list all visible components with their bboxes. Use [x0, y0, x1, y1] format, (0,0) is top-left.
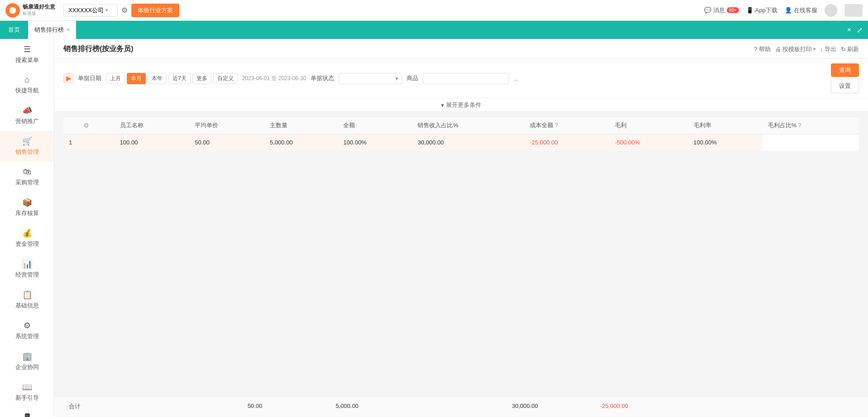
operations-icon: 📊 — [22, 259, 32, 269]
current-year-btn[interactable]: 本年 — [148, 73, 167, 84]
column-settings-icon[interactable]: ⚙ — [83, 122, 89, 129]
sidebar-item-guide[interactable]: 📖 新手引导 — [0, 377, 54, 407]
cost-help-icon[interactable]: ? — [555, 122, 558, 129]
query-settings-group: 查询 设置 — [831, 63, 859, 93]
print-label: 按模板打印 — [782, 45, 812, 53]
filter-expand-button[interactable]: ▶ — [63, 73, 73, 83]
footer-profit: -25,000.00 — [595, 401, 683, 412]
sidebar-label-quicknav: 快捷导航 — [15, 86, 39, 95]
refresh-button[interactable]: ↻ 刷新 — [841, 45, 859, 53]
cell-profit-ratio: 100.00% — [688, 134, 762, 151]
message-icon: 💬 — [704, 7, 711, 14]
window-close-button[interactable]: × — [847, 26, 851, 34]
tab-home[interactable]: 首页 — [0, 21, 28, 39]
tab-label: 销售排行榜 — [34, 26, 64, 34]
tab-close-icon[interactable]: × — [67, 27, 70, 33]
last7days-btn[interactable]: 近7天 — [168, 73, 191, 84]
app-download-label: App下载 — [755, 6, 777, 14]
sidebar-label-search: 搜索菜单 — [15, 56, 39, 64]
top-bar: 畅康通好生意 标准版 XXXXXX公司 ▾ ⚙ 体验行业方案 💬 消息 99+ … — [0, 0, 868, 21]
help-label: 帮助 — [759, 45, 771, 53]
export-label: 导出 — [825, 45, 836, 53]
company-selector[interactable]: XXXXXX公司 ▾ — [63, 4, 118, 17]
sidebar-item-enterprise[interactable]: 🏢 企业协同 — [0, 346, 54, 377]
more-date-btn[interactable]: 更多 — [192, 73, 211, 84]
cell-main-qty: 50.00 — [189, 134, 264, 151]
amount-col-label: 全额 — [343, 122, 355, 129]
status-filter-label: 单据状态 — [311, 74, 334, 82]
experience-button[interactable]: 体验行业方案 — [131, 4, 179, 17]
th-main-qty: 主数量 — [264, 117, 338, 134]
more-conditions-btn[interactable]: ... — [513, 75, 518, 82]
th-profit-ratio: 毛利占比% ? — [762, 117, 859, 134]
cell-avg-price: 100.00 — [115, 134, 190, 151]
sidebar-item-basic-info[interactable]: 📋 基础信息 — [0, 284, 54, 315]
page-actions: ? 帮助 🖨 按模板打印 ▾ ↓ 导出 ↻ 刷新 — [754, 45, 859, 53]
sidebar-item-operations[interactable]: 📊 经营管理 — [0, 254, 54, 284]
settings-button-2[interactable]: 设置 — [831, 79, 859, 93]
app-download-button[interactable]: 📱 App下载 — [746, 6, 777, 14]
sidebar-item-quick-nav[interactable]: ⌂ 快捷导航 — [0, 70, 54, 100]
page-header: 销售排行榜(按业务员) ? 帮助 🖨 按模板打印 ▾ ↓ 导出 — [54, 39, 868, 59]
sidebar-label-guide: 新手引导 — [15, 394, 39, 402]
logo-text: 畅康通好生意 标准版 — [23, 4, 55, 16]
table-container: ⚙ 员工名称 平均单价 主数量 全额 — [54, 111, 868, 396]
profitratio-col-label: 毛利占比% — [768, 122, 797, 129]
status-select-wrap — [339, 73, 402, 84]
print-button[interactable]: 🖨 按模板打印 ▾ — [775, 45, 816, 53]
help-button[interactable]: ? 帮助 — [754, 45, 770, 53]
last-month-btn[interactable]: 上月 — [106, 73, 125, 84]
expand-chevron-icon: ▾ — [441, 102, 444, 109]
finance-icon: 💰 — [22, 228, 32, 238]
window-expand-button[interactable]: ⤢ — [857, 26, 863, 34]
online-service-label: 在线客服 — [794, 6, 817, 14]
sidebar-item-inventory[interactable]: 📦 库存核算 — [0, 192, 54, 223]
sidebar-item-marketing[interactable]: 📣 营销推广 — [0, 100, 54, 131]
th-settings[interactable]: ⚙ — [78, 117, 115, 134]
cell-sales-ratio: 100.00% — [338, 134, 412, 151]
expand-conditions-btn[interactable]: ▾ 展开更多条件 — [441, 101, 481, 109]
sidebar-item-sales[interactable]: 🛒 销售管理 — [0, 131, 54, 162]
data-table: ⚙ 员工名称 平均单价 主数量 全额 — [63, 116, 859, 151]
sidebar-item-system[interactable]: ⚙ 系统管理 — [0, 315, 54, 346]
salesratio-col-label: 销售收入占比% — [417, 122, 458, 129]
th-sales-ratio: 销售收入占比% — [412, 117, 524, 134]
search-menu-icon: ☰ — [24, 44, 31, 54]
date-range-display: 2023-06-01 至 2023-06-30 — [242, 75, 306, 82]
top-right: 💬 消息 99+ 📱 App下载 👤 在线客服 — [704, 4, 863, 17]
goods-input[interactable] — [423, 73, 509, 84]
message-label: 消息 — [713, 6, 725, 14]
content-area: 销售排行榜(按业务员) ? 帮助 🖨 按模板打印 ▾ ↓ 导出 — [54, 39, 868, 417]
sidebar-item-finance[interactable]: 💰 资金管理 — [0, 223, 54, 254]
sidebar-item-app-center[interactable]: 📱 应用中心 — [0, 407, 54, 417]
online-service-button[interactable]: 👤 在线客服 — [785, 6, 817, 14]
cell-cost: 30,000.00 — [412, 134, 524, 151]
th-employee: 员工名称 — [115, 117, 190, 134]
svg-point-0 — [10, 7, 16, 14]
sidebar-item-search-order[interactable]: ☰ 搜索菜单 — [0, 39, 54, 70]
th-profit: 毛利 — [609, 117, 688, 134]
sidebar-label-system: 系统管理 — [15, 332, 39, 340]
footer-amount: 5,000.00 — [330, 401, 418, 412]
mobile-icon: 📱 — [746, 7, 753, 14]
inventory-icon: 📦 — [22, 197, 32, 207]
message-button[interactable]: 💬 消息 99+ — [704, 6, 739, 14]
sales-icon: 🛒 — [22, 136, 32, 146]
logo-area: 畅康通好生意 标准版 — [5, 3, 60, 18]
export-button[interactable]: ↓ 导出 — [820, 45, 837, 53]
current-month-btn[interactable]: 本月 — [127, 73, 146, 84]
sidebar-item-purchase[interactable]: 🛍 采购管理 — [0, 162, 54, 192]
th-amount: 全额 — [338, 117, 412, 134]
profitratio-help-icon[interactable]: ? — [798, 122, 801, 129]
query-button[interactable]: 查询 — [831, 63, 859, 77]
footer-avg-price — [154, 401, 242, 412]
sidebar-label-purchase: 采购管理 — [15, 178, 39, 187]
status-select[interactable] — [339, 73, 402, 84]
sidebar-label-enterprise: 企业协同 — [15, 363, 39, 371]
avatar[interactable] — [825, 4, 837, 17]
footer-cost: 30,000.00 — [507, 401, 595, 412]
custom-date-btn[interactable]: 自定义 — [213, 73, 238, 84]
tab-sales-ranking[interactable]: 销售排行榜 × — [28, 21, 76, 39]
settings-button[interactable]: ⚙ — [121, 6, 128, 14]
service-icon: 👤 — [785, 7, 792, 14]
